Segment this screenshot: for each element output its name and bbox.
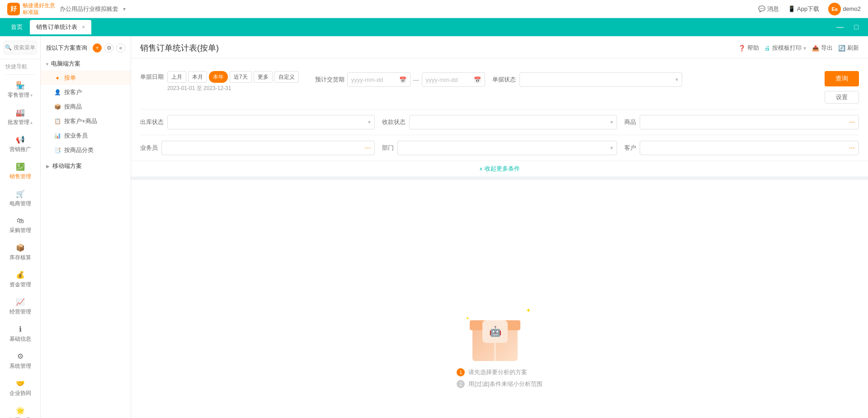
sidebar-item-operations[interactable]: 📈 经营管理: [0, 293, 40, 320]
customer-input[interactable]: ···: [640, 141, 859, 155]
scheme-by-product[interactable]: 📦 按商品: [41, 100, 131, 114]
search-icon: 🔍: [5, 44, 12, 51]
scheme-by-salesperson[interactable]: 📊 按业务员: [41, 128, 131, 143]
salesperson-input[interactable]: ···: [161, 141, 375, 155]
delivery-date-start-input[interactable]: yyyy-mm-dd 📅: [347, 72, 410, 87]
salesperson-dots-icon[interactable]: ···: [365, 144, 371, 152]
help-icon: ❓: [738, 45, 745, 52]
print-arrow-icon: ▾: [803, 45, 807, 52]
by-customer-icon: 👤: [53, 88, 61, 96]
sidebar-nav-label: 快捷导航: [0, 59, 40, 72]
status-select[interactable]: ▾: [519, 72, 682, 87]
retail-label-wrap: 零售管理 ▾: [8, 91, 33, 99]
message-btn[interactable]: 💬 消息: [758, 5, 779, 13]
avatar: Ea: [828, 3, 841, 15]
robot-icon: 🤖: [482, 320, 508, 343]
refresh-btn[interactable]: 🔄 刷新: [838, 44, 859, 52]
search-menu-btn[interactable]: 🔍 搜索菜单: [4, 41, 37, 54]
wholesale-arrow-icon: ▴: [30, 120, 33, 125]
product-label: 商品: [624, 118, 636, 126]
left-panel-header: 按以下方案查询 + ⚙ «: [41, 41, 131, 55]
sidebar-item-finance[interactable]: 💰 资金管理: [0, 266, 40, 293]
sidebar-item-retail[interactable]: 🏪 零售管理 ▾: [0, 76, 40, 104]
collapse-panel-btn[interactable]: «: [116, 43, 125, 52]
sidebar-search: 🔍 搜索菜单: [0, 36, 40, 59]
sidebar-item-sales[interactable]: 💹 销售管理: [0, 158, 40, 185]
wholesale-icon: 🏭: [16, 108, 25, 117]
scheme-by-customer-product[interactable]: 📋 按客户+商品: [41, 114, 131, 128]
payment-status-select[interactable]: ▾: [409, 115, 617, 129]
date-last-month-btn[interactable]: 上月: [167, 71, 186, 83]
app-download-icon: 📱: [788, 5, 795, 12]
date-filter-btns: 上月 本月 本年 近7天 更多 自定义: [167, 71, 299, 83]
scheme-by-customer[interactable]: 👤 按客户: [41, 85, 131, 100]
filter-area: 单据日期 上月 本月 本年 近7天 更多 自定义 2023-01-01 至 20…: [131, 58, 868, 176]
calendar-start-icon: 📅: [399, 76, 406, 83]
pc-scheme-section: ▾ 电脑端方案 ● 按单 👤 按客户 📦 按商品 📋 按客户+商品: [41, 57, 131, 157]
expected-delivery-label: 预计交货期: [315, 76, 344, 84]
pc-section-title[interactable]: ▾ 电脑端方案: [41, 57, 131, 71]
department-select[interactable]: ▾: [397, 141, 617, 155]
date-this-year-btn[interactable]: 本年: [209, 71, 228, 83]
topbar-right: 💬 消息 📱 App下载 Ea demo2: [758, 3, 861, 15]
empty-hint-2: 2 用[过滤]条件来缩小分析范围: [457, 380, 542, 388]
window-maximize-btn[interactable]: □: [850, 21, 863, 33]
scheme-by-product-category[interactable]: 📑 按商品分类: [41, 143, 131, 157]
sidebar-item-system[interactable]: ⚙ 系统管理: [0, 347, 40, 375]
operations-icon: 📈: [16, 298, 25, 306]
date-custom-btn[interactable]: 自定义: [274, 71, 299, 83]
add-scheme-btn[interactable]: +: [93, 43, 102, 52]
tab-close-icon[interactable]: ×: [82, 24, 85, 30]
sidebar-item-purchase[interactable]: 🛍 采购管理: [0, 212, 40, 239]
sidebar-item-marketing[interactable]: 📢 营销推广: [0, 131, 40, 158]
enterprise-icon: 🤝: [16, 379, 25, 388]
settings-scheme-btn[interactable]: ⚙: [104, 43, 113, 52]
by-product-category-icon: 📑: [53, 146, 61, 154]
date-dash: —: [413, 76, 419, 83]
product-dots-icon[interactable]: ···: [849, 118, 855, 126]
delivery-date-end-input[interactable]: yyyy-mm-dd 📅: [422, 72, 485, 87]
tab-home[interactable]: 首页: [5, 20, 29, 34]
out-status-select[interactable]: ▾: [167, 115, 375, 129]
date-last-7-btn[interactable]: 近7天: [230, 71, 252, 83]
dropdown-arrow-icon[interactable]: ▾: [123, 6, 126, 12]
template-print-btn[interactable]: 🖨 按模板打印 ▾: [764, 44, 807, 52]
date-more-btn[interactable]: 更多: [254, 71, 273, 83]
sidebar-item-ecommerce[interactable]: 🛒 电商管理: [0, 185, 40, 212]
system-icon: ⚙: [17, 352, 24, 361]
tabbar-actions: — □: [834, 21, 868, 33]
collapse-more-btn[interactable]: ∧ 收起更多条件: [479, 165, 520, 173]
customer-dots-icon[interactable]: ···: [849, 144, 855, 152]
window-minimize-btn[interactable]: —: [834, 21, 846, 33]
guide-icon: 🌟: [16, 406, 25, 415]
print-icon: 🖨: [764, 45, 770, 52]
sidebar-divider: [5, 74, 35, 75]
collapse-icon: ∧: [479, 166, 483, 172]
tab-active[interactable]: 销售订单统计表 ×: [30, 20, 91, 34]
help-btn[interactable]: ❓ 帮助: [738, 44, 759, 52]
sidebar-item-wholesale[interactable]: 🏭 批发管理 ▴: [0, 104, 40, 131]
hint-num-1: 1: [457, 368, 465, 376]
out-status-arrow-icon: ▾: [368, 119, 371, 125]
page-header-actions: ❓ 帮助 🖨 按模板打印 ▾ 📤 导出 🔄 刷新: [738, 44, 859, 52]
sidebar-item-inventory[interactable]: 📦 库存核算: [0, 239, 40, 266]
date-this-month-btn[interactable]: 本月: [188, 71, 207, 83]
ecommerce-icon: 🛒: [16, 190, 25, 198]
message-icon: 💬: [758, 5, 765, 12]
app-download-btn[interactable]: 📱 App下载: [788, 5, 819, 13]
product-input[interactable]: ···: [640, 115, 859, 129]
sidebar-item-guide[interactable]: 🌟 新手引导: [0, 402, 40, 418]
star-icon: ✦: [526, 307, 531, 314]
user-info[interactable]: Ea demo2: [828, 3, 861, 15]
settings-btn[interactable]: 设置: [825, 91, 859, 104]
finance-icon: 💰: [16, 271, 25, 279]
export-btn[interactable]: 📤 导出: [812, 44, 833, 52]
scheme-by-order[interactable]: ● 按单: [41, 71, 131, 85]
sidebar-item-enterprise[interactable]: 🤝 企业协同: [0, 375, 40, 402]
left-panel-title: 按以下方案查询: [46, 44, 87, 52]
mobile-section-title[interactable]: ▶ 移动端方案: [41, 159, 131, 173]
payment-status-label: 收款状态: [382, 118, 406, 126]
sidebar-item-basic[interactable]: ℹ 基础信息: [0, 320, 40, 347]
query-btn[interactable]: 查询: [825, 71, 859, 86]
page-title: 销售订单统计表(按单): [140, 43, 219, 53]
